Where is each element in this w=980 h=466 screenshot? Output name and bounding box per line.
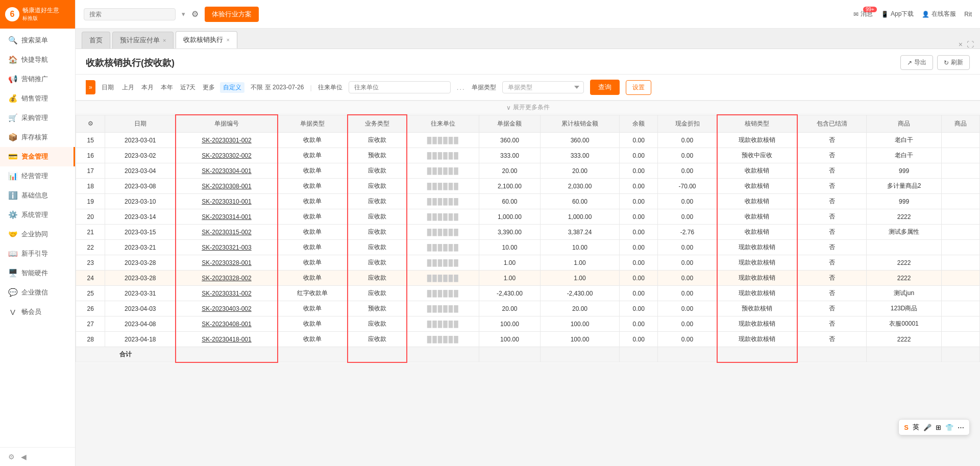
sidebar-item-operations[interactable]: 📊 经营管理 [0,166,75,186]
col-amount: 单据金额 [479,115,541,133]
query-button[interactable]: 查询 [590,80,620,95]
table-row: 182023-03-08SK-20230308-001收款单应收款██████2… [76,179,980,194]
gear-icon[interactable]: ⚙ [191,9,199,19]
sidebar-item-quick[interactable]: 🏠 快捷导航 [0,50,75,69]
refresh-button[interactable]: ↻ 刷新 [937,55,970,70]
sidebar-item-search[interactable]: 🔍 搜索菜单 [0,31,75,50]
table-cell [941,240,979,255]
date-this-year-btn[interactable]: 本年 [159,82,175,93]
table-cell: 3,387.24 [540,225,619,240]
bill-no-cell[interactable]: SK-20230308-001 [176,179,277,194]
more-options-icon[interactable]: ... [457,84,465,91]
sidebar-item-member[interactable]: V 畅会员 [0,302,75,322]
bill-no-cell[interactable]: SK-20230408-001 [176,316,277,332]
sidebar-item-weixin[interactable]: 💬 企业微信 [0,283,75,302]
bill-no-cell[interactable]: SK-20230304-001 [176,163,277,179]
bill-no-cell[interactable]: SK-20230302-002 [176,148,277,163]
sidebar-item-guide[interactable]: 📖 新手引导 [0,244,75,263]
biz-type-cell: 应收款 [348,179,407,194]
bill-no-cell[interactable]: SK-20230301-002 [176,133,277,148]
tab-receivable-close[interactable]: × [163,37,166,43]
solution-button[interactable]: 体验行业方案 [205,7,259,22]
table-row: 192023-03-10SK-20230310-001收款单应收款██████6… [76,194,980,209]
writeoff-type-cell: 收款核销 [717,209,797,225]
table-cell: 2023-03-04 [105,163,176,179]
sidebar-item-enterprise[interactable]: 🤝 企业协同 [0,225,75,244]
app-download-button[interactable]: 📱 App下载 [881,10,914,18]
bill-no-cell[interactable]: SK-20230315-002 [176,225,277,240]
bill-no-cell[interactable]: SK-20230321-003 [176,240,277,255]
bill-type-select[interactable]: 单据类型 [502,81,584,93]
float-apps-icon[interactable]: ⋯ [958,424,964,431]
table-cell: 收款单 [278,332,348,347]
table-cell: 1.00 [540,255,619,271]
tab-writeoff[interactable]: 收款核销执行 × [176,31,237,48]
biz-type-cell: 应收款 [348,225,407,240]
dropdown-arrow-icon[interactable]: ▾ [182,10,185,18]
table-cell: 17 [76,163,105,179]
bill-no-cell[interactable]: SK-20230314-001 [176,209,277,225]
tab-home[interactable]: 首页 [82,32,110,48]
col-settings[interactable]: ⚙ [76,115,105,133]
sidebar-item-system[interactable]: ⚙️ 系统管理 [0,205,75,225]
bill-type-label: 单据类型 [472,83,496,92]
table-cell: 否 [797,209,867,225]
table-row: 162023-03-02SK-20230302-002收款单预收款██████3… [76,148,980,163]
user-profile[interactable]: Rit [964,11,972,18]
table-cell: ██████ [407,286,479,301]
bill-no-cell[interactable]: SK-20230328-002 [176,271,277,286]
sidebar-item-finance[interactable]: 💳 资金管理 [0,147,75,166]
bill-no-cell[interactable]: SK-20230331-002 [176,286,277,301]
float-shirt-icon[interactable]: 👕 [945,424,953,431]
table-container[interactable]: ⚙ 日期 单据编号 单据类型 业务类型 往来单位 单据金额 累计核销金额 余额 … [76,114,980,466]
sidebar-item-hardware[interactable]: 🖥️ 智能硬件 [0,263,75,283]
date-more-btn[interactable]: 更多 [201,82,217,93]
table-cell: 1.00 [479,255,541,271]
bill-no-cell[interactable]: SK-20230328-001 [176,255,277,271]
floating-toolbar: S 英 🎤 ⊞ 👕 ⋯ [898,419,970,435]
fullscreen-icon[interactable]: ⛶ [967,40,974,48]
sidebar: 6 畅康道好生意 标推版 🔍 搜索菜单 🏠 快捷导航 📢 营销推广 💰 销售管理… [0,0,76,466]
bill-no-cell[interactable]: SK-20230418-001 [176,332,277,347]
float-grid-icon[interactable]: ⊞ [936,424,941,431]
date-last-month-btn[interactable]: 上月 [120,82,136,93]
table-cell: 收款单 [278,209,348,225]
col-include-settled: 包含已结清 [797,115,867,133]
table-cell: 1,000.00 [540,209,619,225]
tab-writeoff-label: 收款核销执行 [183,35,223,44]
col-partner: 往来单位 [407,115,479,133]
window-close-icon[interactable]: × [959,40,963,48]
col-date: 日期 [105,115,176,133]
tab-writeoff-close[interactable]: × [226,37,229,43]
date-custom-btn[interactable]: 自定义 [220,82,244,93]
tab-receivable[interactable]: 预计应应付单 × [112,32,174,48]
service-button[interactable]: 👤 在线客服 [922,10,956,18]
setting-button[interactable]: 设置 [626,80,651,95]
partner-input[interactable] [349,81,451,93]
total-label: 合计 [76,347,176,362]
date-this-month-btn[interactable]: 本月 [139,82,156,93]
float-brand-label[interactable]: 英 [913,423,919,432]
sidebar-item-sales[interactable]: 💰 销售管理 [0,89,75,108]
date-7days-btn[interactable]: 近7天 [178,82,198,93]
message-button[interactable]: ✉ 消息 99+ [853,10,873,18]
sidebar-item-basic[interactable]: ℹ️ 基础信息 [0,186,75,205]
table-cell [941,163,979,179]
export-button[interactable]: ↗ 导出 [900,55,933,70]
sidebar-item-purchase[interactable]: 🛒 采购管理 [0,108,75,128]
table-cell: 20.00 [479,163,541,179]
sidebar-item-inventory[interactable]: 📦 库存核算 [0,128,75,147]
expand-conditions-bar[interactable]: ∨ 展开更多条件 [76,101,980,114]
sidebar-item-label: 企业微信 [21,288,48,297]
settings-icon[interactable]: ⚙ [8,453,15,461]
col-writeoff-type: 核销类型 [717,115,797,133]
table-cell: 123D商品 [867,301,941,316]
bill-no-cell[interactable]: SK-20230310-001 [176,194,277,209]
collapse-icon[interactable]: ◀ [21,453,27,461]
bill-no-cell[interactable]: SK-20230403-002 [176,301,277,316]
float-mic-icon[interactable]: 🎤 [923,424,932,431]
message-badge: 99+ [863,7,877,12]
sidebar-item-marketing[interactable]: 📢 营销推广 [0,69,75,89]
filter-toggle-button[interactable]: » [86,80,95,94]
search-input[interactable] [84,8,176,20]
